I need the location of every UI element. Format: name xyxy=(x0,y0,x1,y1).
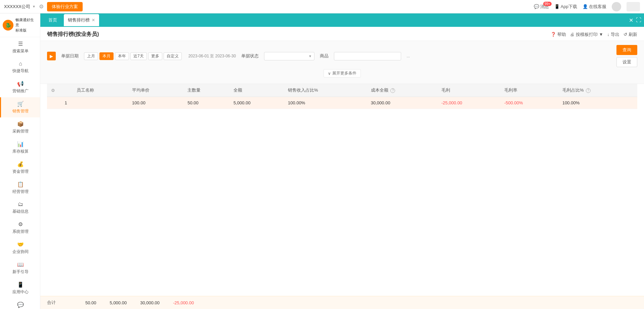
avatar[interactable] xyxy=(612,2,621,11)
date-btn-this-month[interactable]: 本月 xyxy=(99,52,114,60)
date-btn-custom[interactable]: 自定义 xyxy=(164,52,182,60)
tab-close-icon[interactable]: ✕ xyxy=(92,18,95,22)
filter-expand-arrow[interactable]: ▶ xyxy=(47,52,56,60)
trial-button[interactable]: 体验行业方案 xyxy=(47,2,83,11)
sidebar-item-quick-nav[interactable]: ⌂ 快捷导航 xyxy=(0,57,40,77)
message-button[interactable]: 💬 消息 99+ xyxy=(534,4,549,10)
col-amount: 全额 xyxy=(229,84,284,97)
topbar-settings-icon[interactable]: ⚙ xyxy=(39,3,44,10)
expand-down-icon: ∨ xyxy=(328,71,331,76)
goods-filter-label: 商品 xyxy=(320,53,329,59)
top-bar: XXXXXX公司 ▼ ⚙ 体验行业方案 💬 消息 99+ 📱 App下载 👤 在… xyxy=(0,0,644,13)
query-settings-area: 查询 设置 xyxy=(616,45,637,67)
sidebar-item-base-info[interactable]: 🗂 基础信息 xyxy=(0,198,40,218)
filter-row-main: ▶ 单据日期 上月 本月 本年 近7天 更多 自定义 2023-06-01 至 … xyxy=(47,45,637,67)
app-label: App下载 xyxy=(561,4,577,10)
footer-label: 合计 xyxy=(47,300,56,306)
guide-icon: 📖 xyxy=(17,261,24,268)
cell-qty: 50.00 xyxy=(183,97,229,109)
export-button[interactable]: ↓ 导出 xyxy=(607,32,620,38)
base-info-icon: 🗂 xyxy=(18,201,23,207)
date-btn-this-year[interactable]: 本年 xyxy=(115,52,129,60)
col-rank xyxy=(59,84,73,97)
date-filter-label: 单据日期 xyxy=(61,53,79,59)
marketing-icon: 📢 xyxy=(17,81,24,87)
service-label: 在线客服 xyxy=(589,4,606,10)
query-button[interactable]: 查询 xyxy=(616,45,637,55)
export-icon: ↓ xyxy=(607,32,610,37)
tab-sales-ranking[interactable]: 销售排行榜 ✕ xyxy=(64,14,99,26)
expand-button[interactable]: ∨ 展开更多条件 xyxy=(324,69,361,78)
sidebar-item-label: 快捷导航 xyxy=(12,68,29,74)
tab-home[interactable]: 首页 xyxy=(43,13,62,27)
sidebar-item-finance[interactable]: 💰 资金管理 xyxy=(0,158,40,178)
page-title: 销售排行榜(按业务员) xyxy=(47,31,99,38)
col-profit-pct: 毛利占比% ? xyxy=(558,84,637,97)
cell-profit-pct: 100.00% xyxy=(558,97,637,109)
sidebar-item-purchase[interactable]: 📦 采购管理 xyxy=(0,117,40,138)
goods-filter-input[interactable] xyxy=(334,52,401,60)
cost-help-icon[interactable]: ? xyxy=(390,88,395,93)
sidebar-item-operations[interactable]: 📋 经营管理 xyxy=(0,178,40,198)
page-header-right: ❓ 帮助 🖨 按模板打印 ▼ ↓ 导出 ↺ 刷新 xyxy=(551,32,637,38)
sidebar-item-label: 库存核算 xyxy=(12,149,29,154)
help-button[interactable]: ❓ 帮助 xyxy=(551,32,566,38)
goods-more-link[interactable]: ... xyxy=(406,54,410,58)
cell-cost: 30,000.00 xyxy=(367,97,437,109)
col-qty: 主数量 xyxy=(183,84,229,97)
tab-label: 销售排行榜 xyxy=(68,17,90,23)
sidebar-item-inventory[interactable]: 📊 库存核算 xyxy=(0,138,40,158)
enterprise-icon: 🤝 xyxy=(17,241,24,248)
print-button[interactable]: 🖨 按模板打印 ▼ xyxy=(570,32,603,38)
search-order-icon: ☰ xyxy=(18,41,23,47)
sidebar-item-enterprise[interactable]: 🤝 企业协同 xyxy=(0,238,40,258)
sidebar-item-label: 系统管理 xyxy=(12,229,29,235)
date-btn-last-month[interactable]: 上月 xyxy=(84,52,98,60)
help-icon: ❓ xyxy=(551,32,556,37)
date-btn-more[interactable]: 更多 xyxy=(148,52,162,60)
table-row: 1 100.00 50.00 5,000.00 100.00% 30,000.0… xyxy=(47,97,637,109)
table-header-row: ⚙ 员工名称 平均单价 主数量 xyxy=(47,84,637,97)
online-service-button[interactable]: 👤 在线客服 xyxy=(583,4,606,10)
date-buttons: 上月 本月 本年 近7天 更多 自定义 xyxy=(84,52,182,60)
company-selector[interactable]: XXXXXX公司 ▼ xyxy=(4,4,36,10)
top-right-area: 💬 消息 99+ 📱 App下载 👤 在线客服 xyxy=(534,2,640,11)
sidebar-item-marketing[interactable]: 📢 营销推广 xyxy=(0,77,40,97)
tab-window-close-icon[interactable]: ✕ xyxy=(629,17,633,23)
cell-profit: -25,000.00 xyxy=(437,97,500,109)
settings-button[interactable]: 设置 xyxy=(616,57,637,67)
sidebar-item-app-center[interactable]: 📱 应用中心 xyxy=(0,278,40,298)
sidebar-item-system[interactable]: ⚙ 系统管理 xyxy=(0,218,40,238)
status-select-wrapper: ▼ xyxy=(264,52,314,60)
date-btn-7days[interactable]: 近7天 xyxy=(130,52,147,60)
refresh-button[interactable]: ↺ 刷新 xyxy=(624,32,637,38)
sidebar-item-sales[interactable]: 🛒 销售管理 xyxy=(0,97,40,117)
purchase-icon: 📦 xyxy=(17,121,24,127)
page-content: 销售排行榜(按业务员) ❓ 帮助 🖨 按模板打印 ▼ ↓ 导出 xyxy=(40,27,644,309)
profit-pct-help-icon[interactable]: ? xyxy=(586,88,591,93)
tab-maximize-icon[interactable]: ⛶ xyxy=(636,17,641,23)
message-badge: 99+ xyxy=(543,2,552,6)
cell-sales-pct: 100.00% xyxy=(284,97,367,109)
date-range-display: 2023-06-01 至 2023-06-30 xyxy=(188,53,236,59)
company-arrow-icon: ▼ xyxy=(32,5,36,8)
col-settings[interactable]: ⚙ xyxy=(47,84,59,97)
footer-cost: 30,000.00 xyxy=(140,300,160,305)
logo-area: 🐉 畅康通好生意 标准版 xyxy=(0,13,40,37)
wechat-icon: 💬 xyxy=(17,302,24,308)
table-footer: 合计 50.00 5,000.00 30,000.00 -25,000.00 xyxy=(40,296,644,309)
status-select[interactable] xyxy=(264,52,314,60)
username-display xyxy=(627,2,640,11)
footer-qty: 50.00 xyxy=(85,300,96,305)
sidebar-item-wechat[interactable]: 💬 企业微信 xyxy=(0,298,40,309)
sidebar-item-guide[interactable]: 📖 新手引导 xyxy=(0,258,40,278)
sidebar: 🐉 畅康通好生意 标准版 ☰ 搜索菜单 ⌂ 快捷导航 📢 营销推广 🛒 销售管理… xyxy=(0,13,40,309)
company-name: XXXXXX公司 xyxy=(4,4,30,10)
sidebar-item-search-order[interactable]: ☰ 搜索菜单 xyxy=(0,37,40,57)
operations-icon: 📋 xyxy=(17,181,24,188)
tab-right-actions: ✕ ⛶ xyxy=(629,17,641,23)
main-layout: 🐉 畅康通好生意 标准版 ☰ 搜索菜单 ⌂ 快捷导航 📢 营销推广 🛒 销售管理… xyxy=(0,13,644,309)
expand-row: ∨ 展开更多条件 xyxy=(47,67,637,80)
logo-text: 畅康通好生意 标准版 xyxy=(15,17,37,33)
app-download-button[interactable]: 📱 App下载 xyxy=(554,4,577,10)
